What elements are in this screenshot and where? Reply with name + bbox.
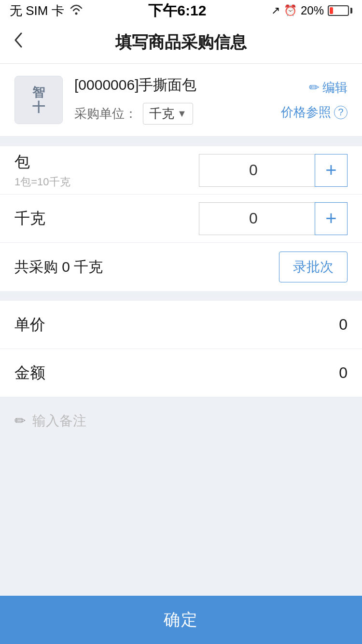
location-icon: ↗ (271, 4, 280, 17)
batch-record-button[interactable]: 录批次 (279, 252, 348, 282)
price-reference-button[interactable]: 价格参照 ? (281, 104, 348, 121)
kg-input-right: + (199, 202, 348, 235)
wifi-icon (69, 3, 84, 18)
confirm-button[interactable]: 确定 (164, 609, 198, 631)
kg-plus-button[interactable]: + (315, 202, 348, 235)
total-purchase-text: 共采购 0 千克 (14, 257, 103, 277)
edit-icon: ✏ (309, 80, 320, 95)
battery-percent: 20% (301, 4, 324, 17)
price-section: 单价 0 金额 0 (0, 301, 362, 397)
kg-label: 千克 (14, 208, 45, 229)
product-left: 智 十 [0000006]手撕面包 采购单位： 千克 ▼ (14, 75, 196, 125)
svg-point-0 (75, 12, 77, 14)
bag-label-main: 包 (14, 152, 70, 173)
bag-plus-button[interactable]: + (315, 154, 348, 187)
edit-button[interactable]: ✏ 编辑 (309, 79, 348, 96)
summary-row: 共采购 0 千克 录批次 (0, 243, 362, 291)
status-right: ↗ ⏰ 20% (271, 4, 352, 17)
page-title: 填写商品采购信息 (115, 31, 247, 54)
amount-label: 金额 (14, 363, 45, 384)
bag-input-row: 包 1包=10千克 + (0, 146, 362, 195)
unit-price-label: 单价 (14, 314, 45, 336)
remark-placeholder: 输入备注 (32, 412, 86, 430)
alarm-icon: ⏰ (284, 4, 297, 17)
content-background (0, 455, 362, 600)
nav-bar: 填写商品采购信息 (0, 21, 362, 64)
bag-input-right: + (199, 154, 348, 187)
product-info: [0000006]手撕面包 采购单位： 千克 ▼ (74, 75, 196, 125)
thumb-line1: 智 (32, 85, 45, 100)
sim-label: 无 SIM 卡 (10, 2, 64, 19)
bag-label: 包 1包=10千克 (14, 152, 70, 189)
kg-input-row: 千克 + (0, 195, 362, 243)
remark-icon: ✏ (14, 413, 26, 429)
unit-price-value: 0 (339, 316, 348, 334)
section-divider-1 (0, 137, 362, 146)
kg-quantity-input[interactable] (199, 202, 315, 235)
product-right: ✏ 编辑 价格参照 ? (281, 79, 348, 121)
edit-label: 编辑 (322, 79, 348, 96)
amount-value: 0 (339, 364, 348, 382)
status-left: 无 SIM 卡 (10, 2, 84, 19)
battery-icon (328, 5, 352, 16)
kg-label-main: 千克 (14, 208, 45, 229)
help-icon: ? (334, 106, 348, 119)
unit-dropdown-icon: ▼ (177, 108, 187, 119)
bag-quantity-input[interactable] (199, 154, 315, 187)
input-section: 包 1包=10千克 + 千克 + (0, 146, 362, 243)
remark-section[interactable]: ✏ 输入备注 (0, 397, 362, 455)
unit-value: 千克 (149, 105, 174, 122)
section-divider-2 (0, 291, 362, 301)
back-button[interactable] (12, 29, 25, 55)
unit-select[interactable]: 千克 ▼ (143, 103, 193, 125)
product-card: 智 十 [0000006]手撕面包 采购单位： 千克 ▼ ✏ 编辑 价格参照 ? (0, 64, 362, 137)
product-thumbnail: 智 十 (14, 76, 63, 124)
status-time: 下午6:12 (148, 1, 206, 21)
price-ref-label: 价格参照 (281, 104, 331, 121)
product-unit-row: 采购单位： 千克 ▼ (74, 103, 196, 125)
status-bar: 无 SIM 卡 下午6:12 ↗ ⏰ 20% (0, 0, 362, 21)
thumb-line2: 十 (32, 100, 45, 115)
product-name: [0000006]手撕面包 (74, 75, 196, 95)
bag-label-sub: 1包=10千克 (14, 175, 70, 189)
unit-price-row: 单价 0 (0, 301, 362, 349)
unit-label: 采购单位： (74, 105, 137, 122)
bottom-bar: 确定 (0, 596, 362, 644)
amount-row: 金额 0 (0, 349, 362, 397)
